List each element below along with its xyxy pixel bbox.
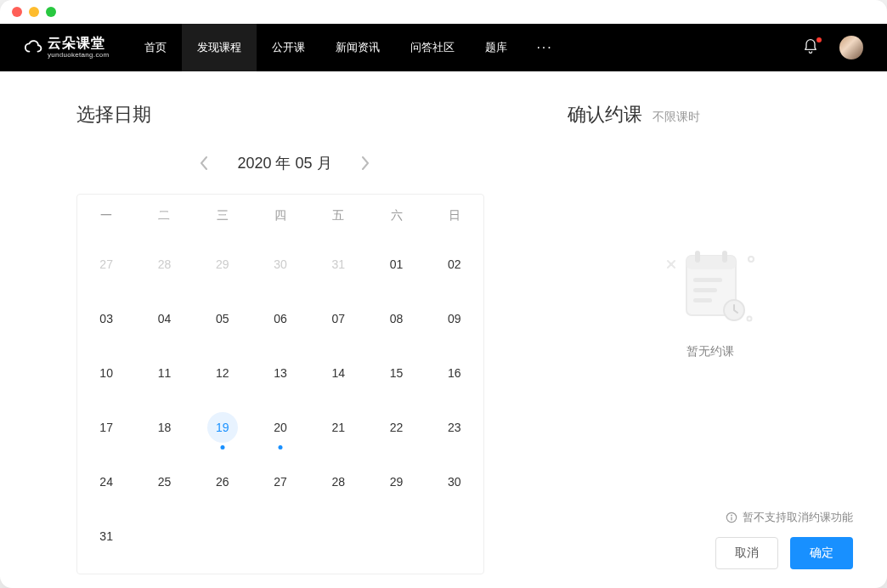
day-number: 25 xyxy=(149,466,179,497)
calendar-day[interactable]: 05 xyxy=(194,291,251,346)
calendar-row: 10111213141516 xyxy=(77,346,483,400)
calendar-day[interactable]: 08 xyxy=(367,291,425,346)
calendar-day: 27 xyxy=(77,237,135,291)
nav-item-3[interactable]: 新闻资讯 xyxy=(320,24,395,71)
day-number: 13 xyxy=(265,358,296,388)
nav-more-button[interactable]: ··· xyxy=(523,40,566,55)
nav-item-5[interactable]: 题库 xyxy=(470,24,523,71)
day-number: 29 xyxy=(381,466,412,497)
nav-item-1[interactable]: 发现课程 xyxy=(182,24,257,71)
calendar-day[interactable]: 30 xyxy=(426,455,483,509)
logo-text-en: yunduoketang.com xyxy=(48,52,109,59)
day-number: 28 xyxy=(323,466,353,497)
notifications-button[interactable] xyxy=(802,38,821,57)
window-close-icon[interactable] xyxy=(12,7,22,17)
calendar-day[interactable]: 27 xyxy=(251,455,309,509)
calendar-day[interactable]: 16 xyxy=(426,346,483,400)
svg-rect-8 xyxy=(693,288,717,292)
calendar-day[interactable]: 26 xyxy=(194,455,251,509)
calendar-day[interactable]: 07 xyxy=(309,291,367,346)
calendar-day[interactable]: 04 xyxy=(135,291,193,346)
calendar-day[interactable]: 09 xyxy=(426,291,483,346)
calendar-day[interactable]: 02 xyxy=(426,237,483,291)
calendar-header: 2020 年 05 月 xyxy=(76,153,527,173)
calendar-day[interactable]: 10 xyxy=(77,346,135,400)
day-number: 20 xyxy=(265,412,296,443)
calendar-day[interactable]: 13 xyxy=(251,346,309,400)
calendar-day[interactable]: 22 xyxy=(367,400,425,455)
calendar-day[interactable]: 12 xyxy=(194,346,251,400)
calendar-day[interactable]: 23 xyxy=(426,400,483,455)
weekday-header: 五 xyxy=(309,195,367,237)
chevron-left-icon xyxy=(200,156,208,170)
day-number: 01 xyxy=(381,249,412,280)
notice-text: 暂不支持取消约课功能 xyxy=(743,510,853,525)
confirm-button-label: 确定 xyxy=(810,546,833,561)
calendar-day[interactable]: 31 xyxy=(77,509,135,563)
calendar-day[interactable]: 18 xyxy=(135,400,193,455)
window-zoom-icon[interactable] xyxy=(46,7,56,17)
prev-month-button[interactable] xyxy=(195,154,213,172)
day-number: 08 xyxy=(381,303,412,334)
app-window: 云朵课堂 yunduoketang.com 首页发现课程公开课新闻资讯问答社区题… xyxy=(0,0,887,588)
calendar-day[interactable]: 17 xyxy=(77,400,135,455)
nav-item-label: 问答社区 xyxy=(410,40,455,55)
day-number: 27 xyxy=(265,466,296,497)
avatar[interactable] xyxy=(839,36,863,59)
calendar-day[interactable]: 15 xyxy=(367,346,425,400)
calendar-row: 27282930310102 xyxy=(77,237,483,291)
day-number: 26 xyxy=(207,466,238,497)
calendar-day[interactable]: 28 xyxy=(309,455,367,509)
day-number: 18 xyxy=(149,412,179,443)
calendar-day[interactable]: 20 xyxy=(251,400,309,455)
day-number: 28 xyxy=(149,249,179,280)
empty-state-text: 暂无约课 xyxy=(686,344,734,359)
day-number: 22 xyxy=(381,412,412,443)
cancel-button[interactable]: 取消 xyxy=(715,537,778,569)
day-number: 03 xyxy=(91,303,121,334)
cloud-logo-icon xyxy=(24,38,42,57)
weekday-header: 二 xyxy=(135,195,193,237)
confirm-button[interactable]: 确定 xyxy=(790,537,853,569)
day-number: 06 xyxy=(265,303,296,334)
day-number: 21 xyxy=(323,412,353,443)
calendar-day[interactable]: 25 xyxy=(135,455,193,509)
next-month-button[interactable] xyxy=(356,154,375,172)
calendar-row: 03040506070809 xyxy=(77,291,483,346)
calendar-day: 31 xyxy=(309,237,367,291)
nav-item-2[interactable]: 公开课 xyxy=(257,24,320,71)
top-nav: 云朵课堂 yunduoketang.com 首页发现课程公开课新闻资讯问答社区题… xyxy=(0,24,887,71)
event-dot-icon xyxy=(278,445,282,449)
calendar-day[interactable]: 06 xyxy=(251,291,309,346)
cancel-button-label: 取消 xyxy=(735,546,759,561)
nav-item-4[interactable]: 问答社区 xyxy=(395,24,470,71)
day-number: 23 xyxy=(439,412,470,443)
calendar-row: 24252627282930 xyxy=(77,455,483,509)
day-number: 31 xyxy=(91,521,121,551)
svg-point-12 xyxy=(731,515,732,517)
calendar-day[interactable]: 11 xyxy=(135,346,193,400)
nav-item-0[interactable]: 首页 xyxy=(129,24,182,71)
calendar-day[interactable]: 29 xyxy=(367,455,425,509)
calendar-day[interactable]: 03 xyxy=(77,291,135,346)
empty-state: 暂无约课 xyxy=(568,93,853,510)
calendar-day: 30 xyxy=(251,237,309,291)
more-icon: ··· xyxy=(536,40,552,55)
calendar-day[interactable]: 19 xyxy=(194,400,251,455)
day-number: 15 xyxy=(381,358,412,388)
logo[interactable]: 云朵课堂 yunduoketang.com xyxy=(24,37,109,59)
nav-item-label: 公开课 xyxy=(272,40,305,55)
info-icon xyxy=(726,512,737,523)
svg-rect-4 xyxy=(686,256,736,269)
calendar-day[interactable]: 14 xyxy=(309,346,367,400)
calendar-day[interactable]: 01 xyxy=(367,237,425,291)
calendar-day[interactable]: 24 xyxy=(77,455,135,509)
day-number: 05 xyxy=(207,303,238,334)
day-number: 12 xyxy=(207,358,238,388)
svg-point-2 xyxy=(748,317,752,321)
notice-row: 暂不支持取消约课功能 xyxy=(568,510,853,525)
titlebar xyxy=(0,0,887,24)
window-minimize-icon[interactable] xyxy=(29,7,39,17)
day-number: 09 xyxy=(439,303,470,334)
calendar-day[interactable]: 21 xyxy=(309,400,367,455)
